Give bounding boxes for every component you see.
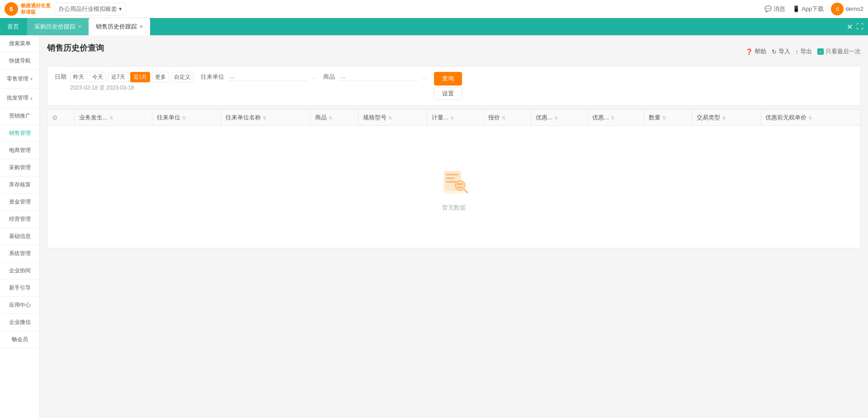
- sidebar-item-marketing[interactable]: 营销推广: [0, 108, 39, 125]
- sidebar-item-finance[interactable]: 资金管理: [0, 194, 39, 211]
- filter-row: 日期 昨天 今天 近7天 近1月 更多 自定义 2023-02-18 至 202…: [47, 66, 861, 106]
- help-label: 帮助: [755, 48, 766, 56]
- th-qty[interactable]: 数量 ⇅: [644, 110, 692, 126]
- ecommerce-label: 电商管理: [9, 147, 31, 154]
- unit-input[interactable]: [228, 72, 307, 81]
- tab-sales-history[interactable]: 销售历史价跟踪 ×: [89, 18, 150, 35]
- tab-sales-close[interactable]: ×: [140, 24, 143, 30]
- close-all-icon[interactable]: ✕: [847, 23, 853, 31]
- th-trade-type[interactable]: 交易类型 ⇅: [692, 110, 760, 126]
- sidebar-item-app-center[interactable]: 应用中心: [0, 297, 39, 314]
- marketing-label: 营销推广: [9, 112, 31, 120]
- svg-rect-2: [446, 174, 458, 176]
- sidebar-item-member[interactable]: 畅会员: [0, 331, 39, 348]
- only-last-checkbox[interactable]: ✓ 只看最后一次: [817, 48, 861, 56]
- import-action[interactable]: ↻ 导入: [772, 48, 790, 56]
- sidebar-item-system[interactable]: 系统管理: [0, 245, 39, 262]
- sidebar-item-search-menu[interactable]: 搜索菜单: [0, 35, 39, 52]
- date-btn-today[interactable]: 今天: [89, 72, 106, 82]
- purchase-label: 采购管理: [9, 164, 31, 171]
- help-icon: ❓: [745, 48, 753, 55]
- th-discount1[interactable]: 优惠... ⇅: [531, 110, 588, 126]
- sidebar-item-quick-nav[interactable]: 快捷导航: [0, 52, 39, 70]
- goods-label: 商品: [323, 72, 335, 81]
- sort-icon: ⇅: [722, 115, 726, 120]
- sidebar-item-guide[interactable]: 新手引导: [0, 280, 39, 297]
- enterprise-wechat-label: 企业微信: [9, 318, 31, 326]
- expand-icon[interactable]: ⛶: [856, 23, 863, 31]
- th-unit-measure[interactable]: 计量... ⇅: [427, 110, 483, 126]
- chevron-down-icon: ▾: [119, 5, 122, 12]
- empty-state: 暂无数据: [47, 126, 860, 248]
- message-action[interactable]: 💬 消息: [764, 5, 785, 13]
- sidebar-item-operations[interactable]: 经营管理: [0, 211, 39, 228]
- app-download-action[interactable]: 📱 App下载: [793, 5, 824, 13]
- settings-button[interactable]: 设置: [434, 87, 462, 100]
- sidebar-item-ecommerce[interactable]: 电商管理: [0, 142, 39, 159]
- chevron-down-icon: ▾: [30, 76, 33, 81]
- tab-purchase-close[interactable]: ×: [78, 24, 81, 30]
- date-btn-yesterday[interactable]: 昨天: [70, 72, 87, 82]
- settings-icon[interactable]: ⚙: [52, 114, 58, 121]
- sidebar-item-inventory[interactable]: 库存核算: [0, 176, 39, 194]
- user-action[interactable]: d demo2: [831, 3, 863, 15]
- tab-purchase-history[interactable]: 采购历史价跟踪 ×: [27, 18, 89, 35]
- workspace-label: 办公用品行业模拟账套: [58, 5, 117, 13]
- svg-rect-3: [446, 177, 455, 179]
- unit-filter-group: 往来单位 ...: [201, 72, 316, 81]
- unit-dots[interactable]: ...: [311, 73, 316, 80]
- empty-icon: [436, 162, 472, 198]
- guide-label: 新手引导: [9, 284, 31, 292]
- table-container: ⚙ 业务发生... ⇅ 往来单位 ⇅: [47, 109, 861, 248]
- th-pre-discount-price[interactable]: 优惠前无税单价 ⇅: [760, 110, 860, 126]
- date-label: 日期: [55, 72, 66, 81]
- sidebar-item-basic[interactable]: 基础信息: [0, 228, 39, 245]
- date-btn-1month[interactable]: 近1月: [130, 72, 151, 82]
- app-download-label: App下载: [802, 5, 824, 13]
- goods-dots[interactable]: ...: [422, 73, 427, 80]
- query-button[interactable]: 查询: [434, 72, 462, 86]
- th-price[interactable]: 报价 ⇅: [483, 110, 531, 126]
- sidebar-item-purchase[interactable]: 采购管理: [0, 159, 39, 176]
- only-last-label: 只看最后一次: [826, 48, 861, 56]
- table-body: 暂无数据: [47, 126, 860, 248]
- sort-icon: ⇅: [611, 115, 614, 120]
- export-action[interactable]: ↑ 导出: [796, 48, 812, 56]
- tab-home[interactable]: 首页: [0, 18, 26, 35]
- date-filter-group: 日期 昨天 今天 近7天 近1月 更多 自定义 2023-02-18 至 202…: [55, 72, 193, 92]
- sidebar-item-wholesale[interactable]: 批发管理 ▴: [0, 89, 39, 108]
- sidebar-item-enterprise-wechat[interactable]: 企业微信: [0, 314, 39, 331]
- date-btn-7days[interactable]: 近7天: [108, 72, 128, 82]
- user-initial: d: [836, 6, 839, 12]
- toolbar-right: ❓ 帮助 ↻ 导入 ↑ 导出 ✓ 只看最后一次: [745, 48, 861, 56]
- top-header: 6 畅捷通好生意 标准版 办公用品行业模拟账套 ▾ 💬 消息 📱 App下载 d…: [0, 0, 868, 18]
- th-unit-name[interactable]: 往来单位名称 ⇅: [221, 110, 311, 126]
- th-spec[interactable]: 规格型号 ⇅: [358, 110, 427, 126]
- th-business-date[interactable]: 业务发生... ⇅: [75, 110, 152, 126]
- import-label: 导入: [778, 48, 790, 56]
- message-icon: 💬: [764, 5, 772, 12]
- date-btn-custom[interactable]: 自定义: [171, 72, 193, 82]
- table-header-row: ⚙ 业务发生... ⇅ 往来单位 ⇅: [47, 110, 860, 126]
- date-options: 昨天 今天 近7天 近1月 更多 自定义 2023-02-18 至 2023-0…: [70, 72, 193, 92]
- th-unit[interactable]: 往来单位 ⇅: [152, 110, 221, 126]
- sort-icon: ⇅: [502, 115, 505, 120]
- th-goods[interactable]: 商品 ⇅: [311, 110, 359, 126]
- logo-char: 6: [9, 5, 13, 13]
- home-label: 首页: [7, 23, 19, 31]
- goods-input[interactable]: [339, 72, 418, 81]
- export-label: 导出: [800, 48, 812, 56]
- sidebar: 搜索菜单 快捷导航 零售管理 ▾ 批发管理 ▴ 营销推广 销售管理 电商管理 采…: [0, 35, 40, 418]
- sort-icon: ⇅: [109, 115, 113, 120]
- date-buttons: 昨天 今天 近7天 近1月 更多 自定义: [70, 72, 193, 82]
- sales-label: 销售管理: [9, 129, 31, 137]
- sidebar-item-enterprise[interactable]: 企业协同: [0, 262, 39, 280]
- date-btn-more[interactable]: 更多: [152, 72, 169, 82]
- help-action[interactable]: ❓ 帮助: [745, 48, 766, 56]
- sort-icon: ⇅: [182, 115, 186, 120]
- th-discount2[interactable]: 优惠... ⇅: [588, 110, 644, 126]
- th-settings[interactable]: ⚙: [47, 110, 75, 126]
- workspace-selector[interactable]: 办公用品行业模拟账套 ▾: [54, 3, 126, 15]
- sidebar-item-sales[interactable]: 销售管理: [0, 125, 39, 142]
- sidebar-item-retail[interactable]: 零售管理 ▾: [0, 70, 39, 89]
